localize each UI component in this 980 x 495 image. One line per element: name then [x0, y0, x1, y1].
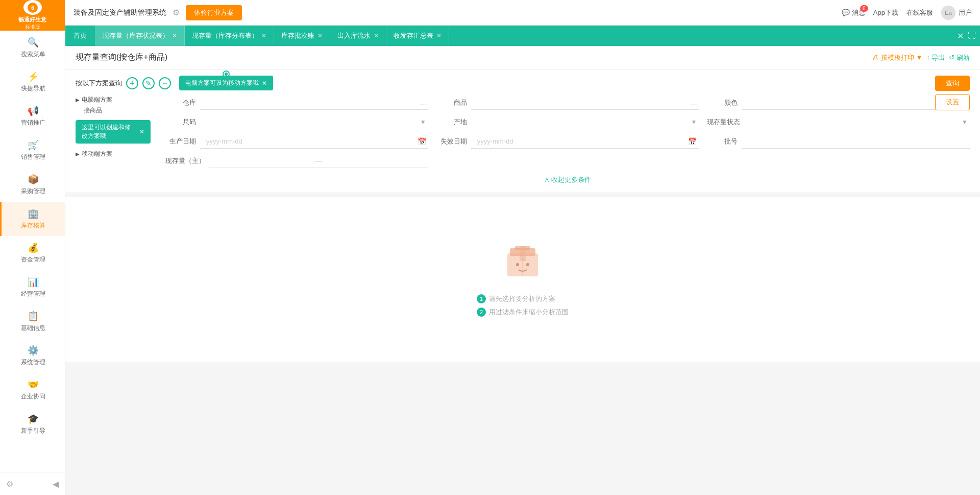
filter-label: 按以下方案查询: [76, 79, 122, 88]
warehouse-label: 仓库: [165, 98, 196, 107]
query-btn[interactable]: 查询: [935, 76, 970, 91]
expire-date-calendar-icon[interactable]: 📅: [688, 137, 697, 146]
close-all-tabs-icon[interactable]: ✕: [957, 31, 964, 41]
add-schema-btn[interactable]: +: [126, 77, 138, 89]
user-area[interactable]: Ea 用户: [941, 6, 972, 20]
tab-label: 现存量（库存分布表）: [192, 31, 258, 40]
color-input[interactable]: [744, 97, 960, 108]
stock-status-input-wrap: ▼: [744, 115, 970, 129]
size-input[interactable]: [202, 116, 418, 128]
origin-dropdown-icon[interactable]: ▼: [691, 119, 697, 126]
sidebar-item-label: 搜索菜单: [21, 50, 45, 59]
sidebar-item-purchase[interactable]: 📦 采购管理: [0, 168, 65, 202]
tab-label: 收发存汇总表: [394, 31, 433, 40]
sidebar-item-quick-nav[interactable]: ⚡ 快捷导航: [0, 65, 65, 99]
size-field: 尺码 ▼: [165, 115, 428, 129]
produce-date-input[interactable]: [202, 135, 418, 147]
tab-inventory-dist[interactable]: 现存量（库存分布表） ✕: [185, 26, 274, 46]
settings-icon[interactable]: ⚙: [6, 479, 13, 489]
online-service-link[interactable]: 在线客服: [906, 8, 933, 17]
warehouse-input[interactable]: [202, 97, 420, 108]
goods-more-icon[interactable]: ...: [691, 99, 697, 107]
maximize-icon[interactable]: ⛶: [968, 31, 976, 40]
close-tooltip-icon[interactable]: ✕: [262, 80, 267, 87]
tab-inout-flow[interactable]: 出入库流水 ✕: [330, 26, 386, 46]
tab-home-label: 首页: [74, 31, 87, 40]
sidebar-item-sales[interactable]: 🛒 销售管理: [0, 133, 65, 168]
stock-status-label: 现存量状态: [707, 117, 740, 127]
sidebar-item-basic[interactable]: 📋 基础信息: [0, 304, 65, 339]
sidebar-item-inventory[interactable]: 🏢 库存核算: [0, 202, 65, 236]
export-btn[interactable]: ↑ 导出: [926, 53, 945, 62]
tip-text-2: 用过滤条件来缩小分析范围: [489, 308, 569, 317]
expire-date-input[interactable]: [473, 135, 689, 147]
sidebar-item-marketing[interactable]: 📢 营销推广: [0, 99, 65, 133]
filter-row-4: 现存量（主） —: [165, 154, 970, 168]
notification-bell[interactable]: 💬 6 消息: [842, 8, 865, 17]
back-btn[interactable]: ←: [159, 77, 171, 89]
main-area: 装备及固定资产辅助管理系统 ⚙ 体验行业方案 💬 6 消息 App下载 在线客服…: [65, 0, 980, 495]
tooltip-pc-scheme[interactable]: 电脑方案可设为移动方案哦 ✕: [179, 76, 273, 90]
stock-status-field: 现存量状态 ▼: [707, 115, 970, 129]
tab-inventory-status[interactable]: 现存量（库存状况表） ✕: [95, 26, 185, 46]
app-download-link[interactable]: App下载: [873, 8, 898, 17]
tooltip-create-scheme[interactable]: 这里可以创建和修改方案哦 ✕: [76, 120, 151, 144]
bell-icon: 💬: [842, 9, 850, 16]
filter-fields: 仓库 ... 商品 ...: [165, 96, 970, 188]
sidebar-logo: 6 畅通好生意 标准版: [0, 0, 65, 31]
template-print-btn[interactable]: 🖨 按模板打印 ▼: [872, 53, 922, 62]
sidebar-item-system[interactable]: ⚙️ 系统管理: [0, 339, 65, 373]
page-header-actions: 🖨 按模板打印 ▼ ↑ 导出 ↺ 刷新: [872, 53, 970, 62]
logo-sub: 标准版: [25, 23, 40, 31]
stock-main-from-input[interactable]: [211, 155, 313, 167]
tab-summary[interactable]: 收发存汇总表 ✕: [386, 26, 449, 46]
warehouse-more-icon[interactable]: ...: [420, 99, 426, 107]
close-tab-icon[interactable]: ✕: [261, 32, 266, 39]
goods-input[interactable]: [473, 97, 691, 108]
close-tab-icon[interactable]: ✕: [317, 32, 323, 39]
empty-tip-1: 1 请先选择要分析的方案: [477, 294, 569, 303]
stock-main-dash: —: [315, 157, 322, 164]
size-input-wrap: ▼: [200, 115, 428, 129]
edit-schema-btn[interactable]: ✎: [142, 77, 155, 89]
batch-input[interactable]: [744, 135, 968, 147]
origin-field: 产地 ▼: [436, 115, 699, 129]
schema-pc-title[interactable]: ▶ 电脑端方案: [76, 96, 151, 104]
sidebar-item-label: 资金管理: [21, 255, 45, 264]
logo-icon: 6: [23, 0, 42, 15]
sidebar-item-operations[interactable]: 📊 经营管理: [0, 270, 65, 304]
produce-date-input-wrap: 📅: [200, 134, 428, 149]
schema-mobile-title[interactable]: ▶ 移动端方案: [76, 150, 151, 158]
refresh-btn[interactable]: ↺ 刷新: [949, 53, 970, 62]
close-tab-icon[interactable]: ✕: [172, 32, 177, 39]
gear-icon[interactable]: ⚙: [173, 8, 180, 17]
stock-status-dropdown-icon[interactable]: ▼: [962, 119, 968, 126]
schema-pc-item[interactable]: 接商品: [76, 105, 151, 116]
size-dropdown-icon[interactable]: ▼: [420, 119, 426, 126]
goods-field: 商品 ...: [436, 96, 699, 110]
empty-state: 1 请先选择要分析的方案 2 用过滤条件来缩小分析范围: [65, 197, 980, 362]
stock-main-field: 现存量（主） —: [165, 154, 428, 168]
close-tooltip2-icon[interactable]: ✕: [139, 128, 144, 135]
origin-input[interactable]: [473, 116, 689, 128]
close-tab-icon[interactable]: ✕: [436, 32, 442, 39]
produce-date-calendar-icon[interactable]: 📅: [418, 137, 426, 146]
collapse-sidebar-icon[interactable]: ◀: [53, 479, 59, 489]
sidebar-item-label: 经营管理: [21, 290, 45, 298]
collapse-more-btn[interactable]: ∧ 收起更多条件: [165, 171, 970, 188]
schema-item-label: 接商品: [84, 107, 102, 114]
close-tab-icon[interactable]: ✕: [374, 32, 379, 39]
sidebar-item-search[interactable]: 🔍 搜索菜单: [0, 31, 65, 65]
reset-btn[interactable]: 设置: [935, 94, 970, 110]
tab-batch-account[interactable]: 库存批次账 ✕: [274, 26, 330, 46]
sidebar-item-finance[interactable]: 💰 资金管理: [0, 236, 65, 270]
sidebar: 6 畅通好生意 标准版 🔍 搜索菜单 ⚡ 快捷导航 📢 营销推广 🛒 销售管理 …: [0, 0, 65, 495]
sidebar-item-enterprise[interactable]: 🤝 企业协同: [0, 373, 65, 407]
export-icon: ↑: [926, 54, 930, 61]
sidebar-item-guide[interactable]: 🎓 新手引导: [0, 407, 65, 441]
tab-home[interactable]: 首页: [65, 26, 95, 46]
schema-mobile-group: ▶ 移动端方案: [76, 150, 151, 158]
stock-main-to-input[interactable]: [324, 155, 426, 167]
experience-btn[interactable]: 体验行业方案: [186, 5, 242, 20]
stock-status-input[interactable]: [746, 116, 960, 128]
